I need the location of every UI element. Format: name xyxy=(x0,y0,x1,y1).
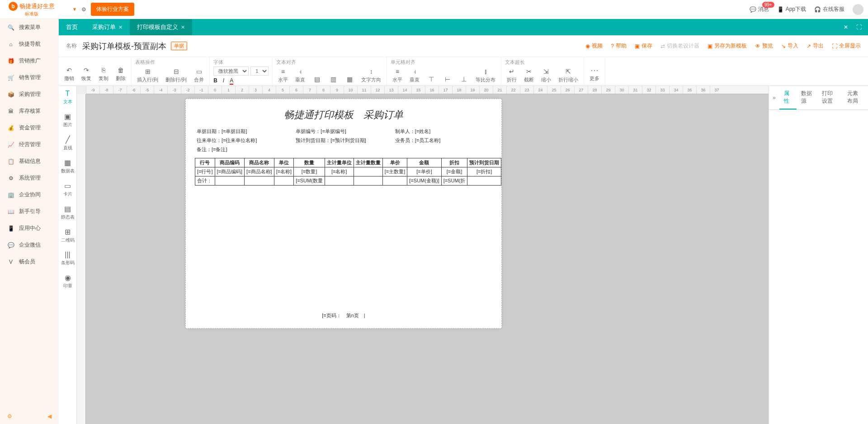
table-cell[interactable]: [=名称] xyxy=(325,167,354,176)
font-name-select[interactable]: 微软雅黑 xyxy=(213,67,249,76)
palette-item-7[interactable]: |||条形码 xyxy=(59,247,76,270)
table-sum-cell[interactable] xyxy=(467,176,501,186)
table-header[interactable]: 主计量单位 xyxy=(325,158,354,167)
form-field[interactable]: 单据日期：[=单据日期] xyxy=(195,127,294,136)
form-field[interactable]: 预计到货日期：[=预计到货日期] xyxy=(294,136,393,145)
more-button[interactable]: ⋯更多 xyxy=(588,65,601,83)
palette-item-2[interactable]: ╱直线 xyxy=(59,132,76,155)
sidebar-item-12[interactable]: 📱应用中心 xyxy=(0,220,59,237)
form-field[interactable]: 单据编号：[=单据编号] xyxy=(294,127,393,136)
table-sum-cell[interactable]: [=SUM(数量 xyxy=(294,176,325,186)
table-sum-cell[interactable] xyxy=(245,176,274,186)
fullscreen-button[interactable]: ⛶ 全屏显示 xyxy=(832,42,861,50)
right-tab-0[interactable]: 属性 xyxy=(779,86,797,110)
sidebar-item-5[interactable]: 🏛库存核算 xyxy=(0,103,59,119)
tab-0[interactable]: 首页 xyxy=(59,19,85,35)
paper-title[interactable]: 畅捷通打印模板 采购订单 xyxy=(195,108,492,122)
table-cell[interactable]: [=金额] xyxy=(441,167,467,176)
close-icon[interactable]: ✕ xyxy=(181,24,185,30)
table-sum-cell[interactable]: [=SUM(金额)] xyxy=(407,176,441,186)
copy-button[interactable]: ⎘复制 xyxy=(97,65,110,83)
equal-dist-button[interactable]: ⫿等比分布 xyxy=(474,67,497,84)
table-sum-cell[interactable] xyxy=(215,176,245,186)
save-button[interactable]: ▣ 保存 xyxy=(635,42,652,50)
paper[interactable]: 畅捷通打印模板 采购订单 单据日期：[=单据日期]单据编号：[=单据编号]制单人… xyxy=(185,99,502,329)
table-cell[interactable]: [=行号] xyxy=(195,167,215,176)
chevron-down-icon[interactable]: ▼ xyxy=(72,7,77,12)
table-cell[interactable]: [=单价] xyxy=(407,167,441,176)
table-cell[interactable]: [=主数量] xyxy=(382,167,407,176)
form-table[interactable]: 行号商品编码商品名称单位数量主计量单位主计量数量单价金额折扣预计到货日期 [=行… xyxy=(195,158,501,186)
import-button[interactable]: ↘ 导入 xyxy=(781,42,798,50)
undo-button[interactable]: ↶撤销 xyxy=(62,65,76,83)
table-cell[interactable]: [=折扣] xyxy=(467,167,501,176)
sidebar-item-7[interactable]: 📈经营管理 xyxy=(0,136,59,153)
close-icon[interactable]: ✕ xyxy=(118,24,123,30)
cta-button[interactable]: 体验行业方案 xyxy=(91,3,134,16)
sidebar-item-6[interactable]: 💰资金管理 xyxy=(0,119,59,136)
table-header[interactable]: 金额 xyxy=(407,158,441,167)
sidebar-item-2[interactable]: 🎁营销推广 xyxy=(0,52,59,69)
sidebar-item-1[interactable]: ⌂快捷导航 xyxy=(0,36,59,52)
collapse-right-icon[interactable]: » xyxy=(769,91,779,105)
cell-bottom-button[interactable]: ⊥ xyxy=(458,74,470,84)
table-sum-cell[interactable] xyxy=(274,176,294,186)
shrink-button[interactable]: ⇲缩小 xyxy=(539,67,553,84)
gear-icon[interactable]: ⚙ xyxy=(81,6,86,13)
palette-item-4[interactable]: ▭卡片 xyxy=(59,178,76,201)
table-header[interactable]: 数量 xyxy=(294,158,325,167)
italic-button[interactable]: I xyxy=(223,77,224,85)
table-cell[interactable]: [=商品编码] xyxy=(215,167,245,176)
table-sum-cell[interactable]: 合计： xyxy=(195,176,215,186)
sidebar-item-9[interactable]: ⚙系统管理 xyxy=(0,170,59,186)
right-tab-1[interactable]: 数据源 xyxy=(797,86,818,110)
video-link[interactable]: ◉ 视频 xyxy=(585,42,603,50)
form-field[interactable]: 往来单位：[=往来单位名称] xyxy=(195,136,294,145)
palette-item-3[interactable]: ▦数据表 xyxy=(59,155,76,178)
collapse-sidebar-icon[interactable]: ◀ xyxy=(47,413,52,419)
table-sum-cell[interactable] xyxy=(382,176,407,186)
preview-button[interactable]: 👁 预览 xyxy=(755,42,773,50)
table-cell[interactable] xyxy=(354,167,382,176)
tab-1[interactable]: 采购订单✕ xyxy=(85,19,130,35)
cell-top-button[interactable]: ⊤ xyxy=(425,74,438,84)
org-selector[interactable]: ▼ ⚙ 体验行业方案 xyxy=(72,3,134,16)
font-size-select[interactable]: 10 xyxy=(250,67,269,76)
table-header[interactable]: 单价 xyxy=(382,158,407,167)
palette-item-5[interactable]: ▤静态表 xyxy=(59,201,76,224)
table-header[interactable]: 预计到货日期 xyxy=(467,158,501,167)
table-cell[interactable]: [=商品名称] xyxy=(245,167,274,176)
switch-designer-button[interactable]: ⇄ 切换老设计器 xyxy=(660,42,699,50)
table-cell[interactable]: [=名称] xyxy=(274,167,294,176)
table-sum-cell[interactable] xyxy=(325,176,354,186)
user-avatar[interactable] xyxy=(853,4,863,15)
sidebar-item-8[interactable]: 📋基础信息 xyxy=(0,153,59,170)
table-sum-cell[interactable] xyxy=(354,176,382,186)
cell-halign-button[interactable]: ≡水平 xyxy=(391,67,404,84)
table-header[interactable]: 单位 xyxy=(274,158,294,167)
palette-item-8[interactable]: ◉印章 xyxy=(59,270,76,293)
table-header[interactable]: 主计量数量 xyxy=(354,158,382,167)
palette-item-0[interactable]: T文本 xyxy=(59,86,76,109)
delete-rowcol-button[interactable]: ⊟删除行/列 xyxy=(164,67,189,84)
sidebar-item-10[interactable]: 🏢企业协同 xyxy=(0,186,59,203)
sidebar-item-11[interactable]: 📖新手引导 xyxy=(0,203,59,220)
palette-item-1[interactable]: ▣图片 xyxy=(59,109,76,132)
wrap-shrink-button[interactable]: ⇱折行缩小 xyxy=(557,67,580,84)
sidebar-item-14[interactable]: V畅会员 xyxy=(0,253,59,270)
table-header[interactable]: 商品编码 xyxy=(215,158,245,167)
merge-button[interactable]: ▭合并 xyxy=(192,67,206,84)
online-service-link[interactable]: 🎧 在线客服 xyxy=(814,5,844,13)
cell-valign-button[interactable]: ⫞垂直 xyxy=(408,67,421,84)
sidebar-item-3[interactable]: 🛒销售管理 xyxy=(0,69,59,86)
export-button[interactable]: ↗ 导出 xyxy=(807,42,824,50)
form-field[interactable]: 制单人：[=姓名] xyxy=(393,127,492,136)
right-tab-2[interactable]: 打印设置 xyxy=(817,86,843,110)
font-color-button[interactable]: A xyxy=(230,77,233,85)
table-sum-cell[interactable]: [=SUM(折 xyxy=(441,176,467,186)
wrap-button[interactable]: ↵折行 xyxy=(505,67,519,84)
sidebar-item-0[interactable]: 🔍搜索菜单 xyxy=(0,19,59,36)
insert-rowcol-button[interactable]: ⊞插入行/列 xyxy=(135,67,160,84)
tab-expand-icon[interactable]: ⛶ xyxy=(853,21,865,33)
settings-icon[interactable]: ⚙ xyxy=(7,413,12,419)
